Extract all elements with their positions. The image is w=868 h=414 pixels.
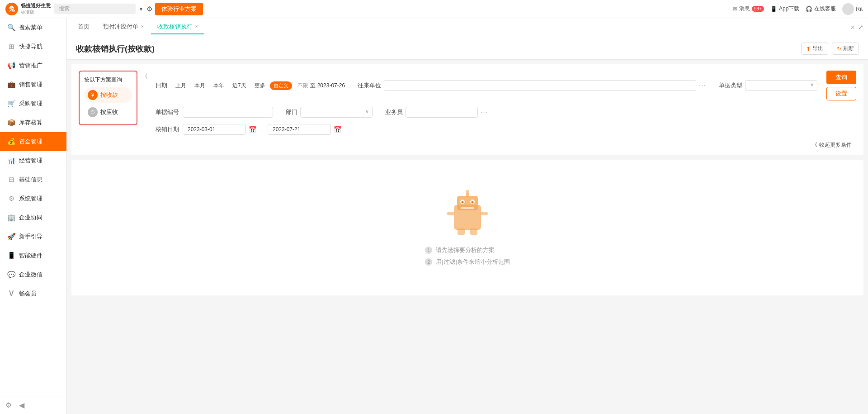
enterprise-icon: 🏢: [7, 214, 15, 222]
sidebar-item-quick-nav[interactable]: ⊞ 快捷导航: [0, 37, 66, 56]
sidebar-settings-icon[interactable]: ⚙: [5, 401, 12, 409]
collapse-left-arrow[interactable]: 《: [142, 72, 148, 81]
sidebar-label-biz: 经营管理: [19, 157, 42, 165]
dept-select[interactable]: [300, 107, 373, 118]
dept-label: 部门: [286, 108, 297, 116]
sidebar: 🔍 搜索菜单 ⊞ 快捷导航 📢 营销推广 💼 销售管理 🛒 采购管理 📦 库存核…: [0, 18, 67, 414]
message-badge: 99+: [752, 6, 764, 12]
sidebar-label-enterprise: 企业协同: [19, 214, 42, 222]
date-btn-this-year[interactable]: 本年: [210, 81, 228, 90]
industry-btn[interactable]: 体验行业方案: [155, 3, 203, 15]
refresh-icon: ↻: [837, 46, 841, 52]
empty-tip-1: 1 请先选择要分析的方案: [425, 246, 509, 254]
sidebar-label-sales: 销售管理: [19, 81, 42, 89]
filter-panel-title: 按以下方案查询: [84, 76, 132, 84]
sidebar-item-member[interactable]: V 畅会员: [0, 284, 66, 303]
date-quick-btns: 上月 本月 本年 近7天 更多 自定义: [172, 81, 292, 90]
counterpart-input[interactable]: [384, 80, 696, 91]
date-custom-badge[interactable]: 自定义: [270, 81, 292, 90]
counterpart-dots[interactable]: ···: [699, 81, 706, 90]
salesman-label: 业务员: [385, 108, 403, 116]
basic-icon: ⊟: [7, 176, 15, 184]
verify-end-calendar-icon[interactable]: 📅: [334, 126, 341, 133]
tab-receipt-label: 收款核销执行: [157, 23, 193, 31]
tab-maximize-btn[interactable]: ⤢: [858, 24, 863, 31]
sidebar-item-inventory[interactable]: 📦 库存核算: [0, 113, 66, 132]
dropdown-icon[interactable]: ▼: [138, 6, 144, 12]
online-service-item[interactable]: 🎧 在线客服: [806, 5, 836, 13]
app-download-icon: 📱: [770, 6, 777, 12]
sidebar-collapse-icon[interactable]: ◀: [19, 401, 24, 409]
sidebar-item-basic[interactable]: ⊟ 基础信息: [0, 170, 66, 189]
doc-type-select[interactable]: [745, 80, 817, 91]
refresh-btn[interactable]: ↻ 刷新: [832, 43, 859, 55]
sidebar-item-enterprise[interactable]: 🏢 企业协同: [0, 208, 66, 227]
svg-rect-10: [481, 212, 488, 215]
tab-prepaid-close[interactable]: ×: [141, 24, 144, 29]
tab-receipt-close[interactable]: ×: [195, 24, 198, 29]
sidebar-item-search-menu[interactable]: 🔍 搜索菜单: [0, 18, 66, 37]
sidebar-label-fund: 资金管理: [19, 138, 42, 146]
svg-rect-8: [461, 207, 474, 209]
biz-icon: 📊: [7, 157, 15, 165]
tab-prepaid-flush[interactable]: 预付冲应付单 ×: [97, 20, 150, 34]
date-btn-7days[interactable]: 近7天: [229, 81, 250, 90]
doc-type-label: 单据类型: [719, 81, 742, 90]
avatar: [842, 3, 854, 15]
sidebar-label-sys: 系统管理: [19, 195, 42, 203]
sidebar-item-beginner[interactable]: 🚀 新手引导: [0, 227, 66, 246]
app-download-item[interactable]: 📱 App下载: [770, 5, 799, 13]
sidebar-label-search-menu: 搜索菜单: [19, 24, 42, 32]
tab-prepaid-label: 预付冲应付单: [103, 23, 138, 31]
verify-end-input[interactable]: [268, 124, 331, 135]
top-bar: 兔 畅捷通好生意 标准版 搜索 ▼ ⚙ 体验行业方案 ✉ 消息 99+ 📱 Ap…: [0, 0, 868, 18]
sidebar-item-sys[interactable]: ⚙ 系统管理: [0, 189, 66, 208]
receipt-option-icon: ¥: [88, 90, 98, 100]
member-icon: V: [7, 290, 15, 298]
filter-option-receivable[interactable]: ⏱ 按应收: [84, 105, 132, 120]
receivable-option-icon: ⏱: [88, 107, 98, 117]
doc-number-label: 单据编号: [156, 108, 179, 116]
sidebar-item-marketing[interactable]: 📢 营销推广: [0, 56, 66, 75]
date-btn-this-month[interactable]: 本月: [191, 81, 209, 90]
search-box[interactable]: 搜索: [54, 4, 136, 14]
collapse-more-row: 《 收起更多条件: [79, 139, 856, 151]
tab-close-btn[interactable]: ×: [851, 24, 854, 31]
salesman-dots[interactable]: ···: [481, 108, 488, 116]
filter-option-receipt[interactable]: ¥ 按收款: [84, 87, 132, 103]
sidebar-label-beginner: 新手引导: [19, 233, 42, 241]
verify-start-input[interactable]: [183, 124, 246, 135]
sidebar-item-smart-hw[interactable]: 📱 智能硬件: [0, 246, 66, 265]
settings-btn[interactable]: 设置: [826, 87, 856, 100]
salesman-input[interactable]: [406, 107, 478, 118]
date-label: 日期: [156, 81, 168, 90]
doc-number-input[interactable]: [183, 107, 273, 118]
export-btn[interactable]: ⬆ 导出: [801, 43, 828, 55]
user-area[interactable]: Rit: [842, 3, 863, 15]
counterpart-field: 往来单位 ···: [358, 80, 706, 91]
tip1-text: 请先选择要分析的方案: [436, 246, 495, 254]
counterpart-label: 往来单位: [358, 81, 381, 90]
collapse-more-btn[interactable]: 《 收起更多条件: [807, 139, 856, 151]
sidebar-item-corp-wechat[interactable]: 💬 企业微信: [0, 265, 66, 284]
fund-icon: 💰: [7, 138, 15, 146]
tab-home-label: 首页: [78, 23, 90, 31]
query-btn[interactable]: 查询: [826, 71, 856, 84]
filter-main-row: 按以下方案查询 ¥ 按收款 ⏱ 按应收 《: [79, 71, 856, 135]
corp-wechat-icon: 💬: [7, 271, 15, 279]
app-logo: 兔: [5, 3, 18, 15]
sidebar-item-biz[interactable]: 📊 经营管理: [0, 151, 66, 170]
date-btn-more[interactable]: 更多: [251, 81, 269, 90]
verify-date-label: 核销日期: [156, 125, 179, 133]
sidebar-item-fund[interactable]: 💰 资金管理: [0, 132, 66, 151]
tab-home[interactable]: 首页: [71, 20, 96, 34]
top-bar-center: 搜索 ▼ ⚙ 体验行业方案: [54, 3, 729, 15]
message-item[interactable]: ✉ 消息 99+: [733, 5, 764, 13]
date-btn-last-month[interactable]: 上月: [172, 81, 190, 90]
settings-icon[interactable]: ⚙: [146, 5, 152, 13]
sidebar-item-purchase[interactable]: 🛒 采购管理: [0, 94, 66, 113]
tab-receipt-verify[interactable]: 收款核销执行 ×: [151, 20, 204, 34]
sidebar-item-sales[interactable]: 💼 销售管理: [0, 75, 66, 94]
verify-start-calendar-icon[interactable]: 📅: [249, 126, 256, 133]
marketing-icon: 📢: [7, 62, 15, 70]
